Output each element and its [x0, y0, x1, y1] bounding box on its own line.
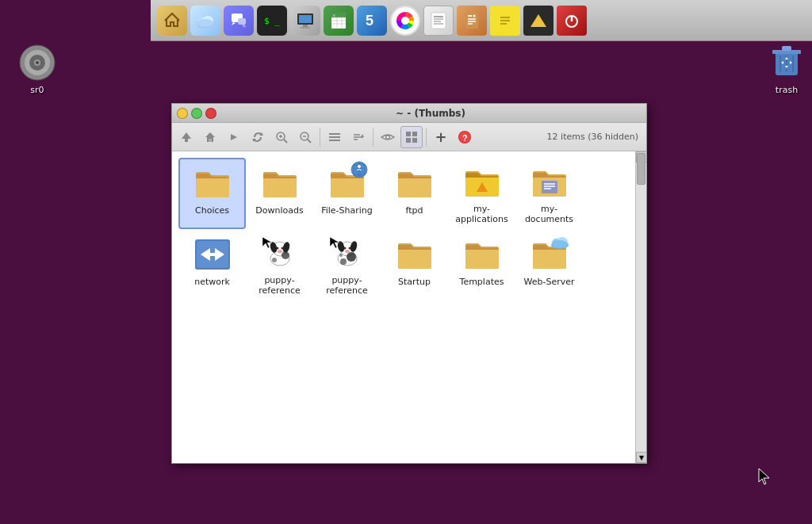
- refresh-button[interactable]: [247, 126, 269, 148]
- file-item-downloads[interactable]: Downloads: [246, 158, 313, 229]
- svg-marker-123: [759, 469, 769, 484]
- svg-rect-24: [431, 13, 446, 29]
- folder-file-sharing-icon: [328, 164, 366, 202]
- file-item-web-server[interactable]: Web-Server: [515, 229, 583, 300]
- svg-point-75: [387, 136, 389, 138]
- taskbar-text-icon[interactable]: [423, 6, 454, 36]
- file-item-choices[interactable]: Choices: [178, 158, 246, 229]
- folder-choices-icon: [193, 164, 232, 202]
- network-label: network: [194, 277, 230, 287]
- scrollbar-down-arrow[interactable]: ▼: [636, 452, 646, 463]
- taskbar-info-icon[interactable]: [457, 6, 487, 36]
- folder-my-applications-icon: [463, 164, 501, 201]
- taskbar: $ _ ≡ 5: [151, 0, 812, 41]
- svg-text:≡: ≡: [333, 12, 335, 17]
- downloads-label: Downloads: [255, 205, 303, 216]
- help-button[interactable]: ?: [454, 126, 476, 148]
- mouse-cursor: [758, 468, 771, 488]
- window-minimize-btn[interactable]: [177, 108, 188, 119]
- up-button[interactable]: [175, 126, 197, 148]
- svg-point-87: [358, 165, 361, 168]
- svg-text:?: ?: [462, 132, 468, 142]
- scrollbar-thumb[interactable]: [637, 153, 645, 185]
- folder-network-icon: [193, 235, 232, 273]
- svg-rect-49: [782, 46, 791, 51]
- folder-my-documents-icon: [530, 164, 569, 201]
- file-item-my-applications[interactable]: my-applications: [448, 158, 515, 229]
- folder-web-server-icon: [530, 235, 569, 273]
- ftpd-label: ftpd: [406, 205, 423, 216]
- taskbar-cloud-icon[interactable]: [190, 6, 220, 36]
- file-item-puppy-reference[interactable]: puppy-reference: [246, 229, 313, 300]
- taskbar-power-icon[interactable]: [557, 6, 587, 36]
- svg-marker-73: [361, 134, 364, 137]
- svg-marker-57: [231, 134, 237, 140]
- svg-point-23: [401, 17, 409, 25]
- zoom-out-button[interactable]: [294, 126, 316, 148]
- svg-point-117: [340, 258, 347, 265]
- file-area: Choices Downloads: [172, 151, 646, 463]
- taskbar-color-icon[interactable]: [390, 6, 420, 36]
- taskbar-5-icon[interactable]: 5: [357, 6, 387, 36]
- svg-rect-79: [412, 138, 417, 143]
- desktop-icon-sr0[interactable]: sr0: [10, 44, 65, 95]
- new-button[interactable]: +: [430, 126, 452, 148]
- svg-point-105: [278, 250, 282, 253]
- svg-rect-11: [303, 25, 308, 27]
- svg-text:5: 5: [366, 13, 373, 29]
- window-close-btn[interactable]: [205, 108, 216, 119]
- thumbnail-view-button[interactable]: [400, 126, 423, 148]
- file-item-ftpd[interactable]: ftpd: [381, 158, 448, 229]
- trash-label: trash: [776, 85, 798, 95]
- sr0-label: sr0: [30, 85, 44, 95]
- taskbar-terminal-icon[interactable]: $ _: [257, 6, 287, 36]
- list-view-button[interactable]: [324, 126, 346, 148]
- folder-templates-icon: [463, 235, 501, 273]
- file-item-network[interactable]: network: [178, 229, 246, 300]
- web-server-label: Web-Server: [523, 277, 574, 287]
- file-item-spot[interactable]: puppy- reference: [313, 229, 381, 300]
- home-button[interactable]: [199, 126, 221, 148]
- window-content: Choices Downloads: [172, 151, 646, 463]
- my-applications-label: my-applications: [453, 204, 511, 224]
- taskbar-chat-icon[interactable]: [224, 6, 254, 36]
- separator-3: [426, 128, 427, 147]
- disc-icon: [18, 44, 56, 82]
- svg-point-116: [347, 252, 356, 262]
- forward-button[interactable]: [223, 126, 245, 148]
- desktop-icon-trash[interactable]: trash: [759, 44, 812, 95]
- taskbar-design-icon[interactable]: [523, 6, 553, 36]
- file-manager-window: ~ - (Thumbs): [171, 103, 647, 464]
- svg-rect-6: [238, 18, 246, 25]
- svg-rect-89: [542, 181, 557, 193]
- file-item-my-documents[interactable]: my-documents: [515, 158, 583, 229]
- file-item-startup[interactable]: Startup: [381, 229, 448, 300]
- svg-marker-5: [232, 22, 236, 25]
- svg-point-113: [343, 247, 346, 249]
- taskbar-computer-icon[interactable]: [290, 6, 320, 36]
- puppy-reference-label: puppy-reference: [259, 275, 301, 296]
- window-title: ~ - (Thumbs): [220, 108, 642, 119]
- svg-point-3: [197, 19, 213, 27]
- folder-downloads-icon: [261, 164, 299, 202]
- hidden-files-button[interactable]: [377, 126, 399, 148]
- svg-point-106: [282, 251, 289, 259]
- file-item-templates[interactable]: Templates: [448, 229, 515, 300]
- taskbar-spreadsheet-icon[interactable]: ≡: [324, 6, 354, 36]
- file-item-file-sharing[interactable]: File-Sharing: [313, 158, 381, 229]
- taskbar-notes-icon[interactable]: [490, 6, 520, 36]
- file-sharing-label: File-Sharing: [321, 205, 373, 216]
- svg-line-65: [308, 140, 311, 143]
- zoom-in-button[interactable]: [270, 126, 293, 148]
- svg-point-107: [272, 258, 277, 262]
- window-maximize-btn[interactable]: [191, 108, 202, 119]
- folder-ftpd-icon: [396, 164, 434, 202]
- item-count: 12 items (36 hidden): [547, 132, 643, 142]
- svg-rect-54: [185, 139, 188, 142]
- templates-label: Templates: [460, 277, 504, 287]
- sort-button[interactable]: [347, 126, 370, 148]
- taskbar-home-icon[interactable]: [157, 6, 187, 36]
- startup-label: Startup: [398, 277, 431, 287]
- svg-marker-98: [262, 237, 272, 248]
- scrollbar[interactable]: ▲ ▼: [635, 151, 646, 463]
